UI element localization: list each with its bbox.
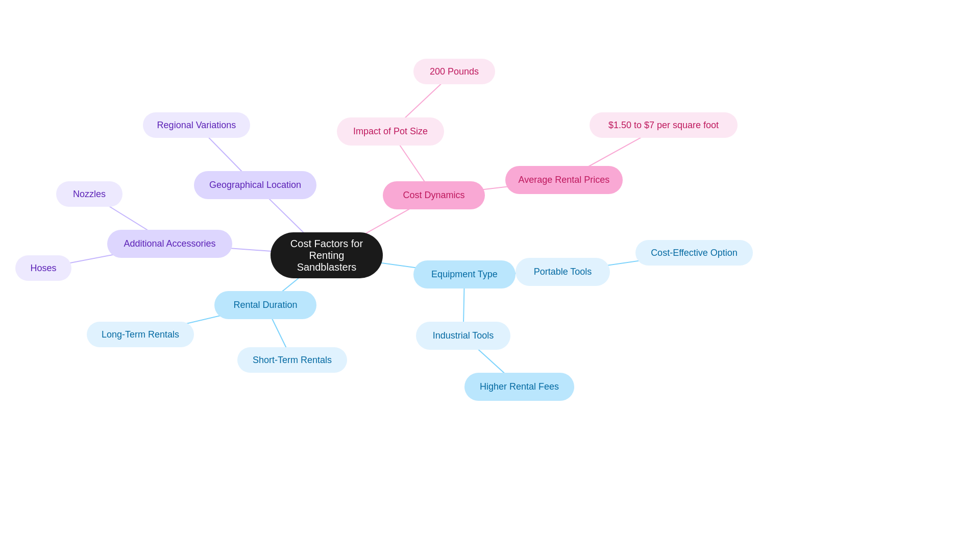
regional-variations-node: Regional Variations	[143, 112, 250, 138]
additional-accessories-node: Additional Accessories	[107, 230, 232, 258]
cost-dynamics-node: Cost Dynamics	[383, 181, 485, 209]
cost-effective-option-node: Cost-Effective Option	[635, 240, 753, 266]
industrial-tools-node: Industrial Tools	[416, 322, 510, 350]
portable-tools-node: Portable Tools	[516, 258, 610, 286]
short-term-rentals-node: Short-Term Rentals	[237, 347, 347, 373]
hoses-node: Hoses	[15, 255, 71, 281]
average-rental-prices-node: Average Rental Prices	[505, 166, 623, 194]
pounds200-node: 200 Pounds	[413, 59, 495, 84]
equipment-type-node: Equipment Type	[413, 260, 516, 288]
higher-rental-fees-node: Higher Rental Fees	[464, 373, 574, 401]
per-square-foot-node: $1.50 to $7 per square foot	[590, 112, 738, 138]
rental-duration-node: Rental Duration	[214, 291, 316, 319]
geographical-location-node: Geographical Location	[194, 171, 316, 199]
nozzles-node: Nozzles	[56, 181, 122, 207]
impact-pot-size-node: Impact of Pot Size	[337, 117, 444, 146]
center-node: Cost Factors for Renting Sandblasters	[271, 232, 383, 278]
long-term-rentals-node: Long-Term Rentals	[87, 322, 194, 347]
